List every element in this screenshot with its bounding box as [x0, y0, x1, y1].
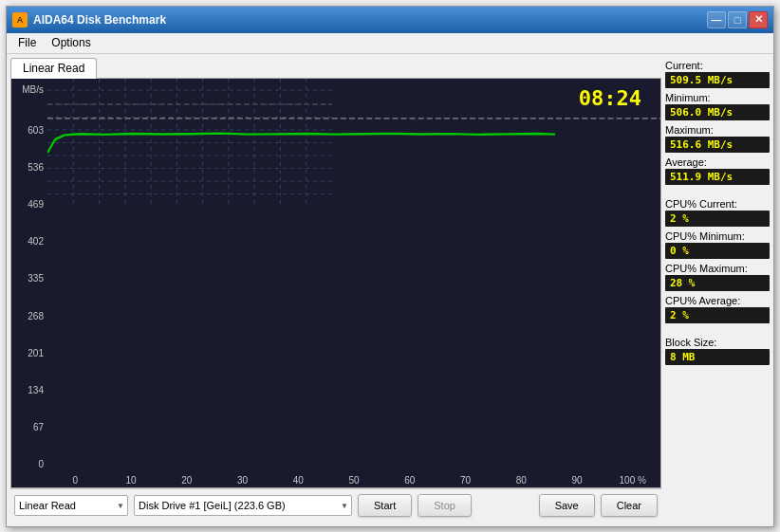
stop-button[interactable]: Stop	[418, 494, 472, 517]
cpu-minimum-label: CPU% Minimum:	[665, 230, 770, 242]
title-controls: — □ ✕	[707, 11, 768, 28]
start-button[interactable]: Start	[358, 494, 412, 517]
test-select[interactable]: Linear Read	[14, 495, 128, 516]
test-select-wrapper: Linear Read	[14, 495, 128, 516]
tab-bar: Linear Read	[10, 58, 661, 79]
x-label-60: 60	[381, 475, 437, 486]
average-label: Average:	[665, 156, 770, 168]
close-button[interactable]: ✕	[749, 11, 768, 28]
y-label-603: 603	[15, 125, 44, 136]
menu-bar: File Options	[7, 33, 773, 54]
mb-s-label: MB/s	[15, 84, 44, 95]
time-display: 08:24	[579, 86, 641, 110]
save-button[interactable]: Save	[539, 494, 595, 517]
stat-minimum: Minimum: 506.0 MB/s	[665, 92, 770, 120]
main-content: Linear Read MB/s 603 536 469 402 335 268…	[7, 54, 773, 526]
x-label-10: 10	[103, 475, 159, 486]
app-icon: A	[12, 12, 28, 28]
stat-maximum: Maximum: 516.6 MB/s	[665, 124, 770, 153]
menu-options[interactable]: Options	[44, 34, 98, 51]
chart-inner: MB/s 603 536 469 402 335 268 201 134 67 …	[11, 79, 660, 487]
data-line-svg	[47, 79, 660, 487]
x-label-40: 40	[270, 475, 326, 486]
x-label-20: 20	[158, 475, 214, 486]
current-value: 509.5 MB/s	[665, 72, 770, 88]
window-title: AIDA64 Disk Benchmark	[33, 13, 166, 27]
stat-block-size: Block Size: 8 MB	[665, 337, 770, 365]
y-label-469: 469	[15, 199, 44, 210]
x-axis: 0 10 20 30 40 50 60 70 80 90 100 %	[47, 470, 660, 487]
stat-cpu-minimum: CPU% Minimum: 0 %	[665, 230, 770, 259]
x-label-30: 30	[214, 475, 270, 486]
y-label-268: 268	[15, 311, 44, 321]
minimize-button[interactable]: —	[707, 11, 726, 28]
cpu-maximum-value: 28 %	[665, 275, 770, 291]
y-label-402: 402	[15, 236, 44, 247]
left-panel: Linear Read MB/s 603 536 469 402 335 268…	[10, 58, 661, 523]
cpu-maximum-label: CPU% Maximum:	[665, 263, 770, 274]
maximum-value: 516.6 MB/s	[665, 137, 770, 153]
right-panel: Current: 509.5 MB/s Minimum: 506.0 MB/s …	[665, 58, 770, 523]
drive-select-wrapper: Disk Drive #1 [GeiL] (223.6 GB)	[134, 495, 352, 516]
x-label-70: 70	[437, 475, 493, 486]
minimum-label: Minimum:	[665, 92, 770, 103]
stat-cpu-current: CPU% Current: 2 %	[665, 198, 770, 227]
y-label-335: 335	[15, 273, 44, 284]
menu-file[interactable]: File	[10, 34, 44, 51]
x-label-90: 90	[549, 475, 605, 486]
stat-cpu-average: CPU% Average: 2 %	[665, 295, 770, 323]
x-label-0: 0	[47, 475, 103, 486]
average-value: 511.9 MB/s	[665, 169, 770, 185]
x-label-80: 80	[493, 475, 549, 486]
tab-linear-read[interactable]: Linear Read	[10, 58, 97, 79]
x-label-100: 100 %	[604, 475, 660, 486]
stat-average: Average: 511.9 MB/s	[665, 156, 770, 185]
block-size-value: 8 MB	[665, 349, 770, 365]
y-label-134: 134	[15, 385, 44, 395]
cpu-minimum-value: 0 %	[665, 243, 770, 259]
clear-button[interactable]: Clear	[601, 494, 658, 517]
cpu-current-label: CPU% Current:	[665, 198, 770, 210]
chart-area: MB/s 603 536 469 402 335 268 201 134 67 …	[10, 79, 661, 488]
bottom-bar: Linear Read Disk Drive #1 [GeiL] (223.6 …	[10, 488, 661, 523]
maximum-label: Maximum:	[665, 124, 770, 136]
y-label-536: 536	[15, 162, 44, 173]
stat-current: Current: 509.5 MB/s	[665, 60, 770, 88]
y-label-201: 201	[15, 348, 44, 358]
y-label-67: 67	[15, 422, 44, 432]
stat-cpu-maximum: CPU% Maximum: 28 %	[665, 263, 770, 291]
x-label-50: 50	[326, 475, 382, 486]
y-label-0: 0	[15, 459, 44, 469]
drive-select[interactable]: Disk Drive #1 [GeiL] (223.6 GB)	[134, 495, 352, 516]
y-axis: MB/s 603 536 469 402 335 268 201 134 67 …	[11, 79, 47, 487]
title-bar: A AIDA64 Disk Benchmark — □ ✕	[7, 7, 773, 33]
chart-plot: 08:24 0 10 20 30 40 50 60 70 80 90	[47, 79, 660, 487]
cpu-current-value: 2 %	[665, 211, 770, 227]
cpu-average-value: 2 %	[665, 307, 770, 323]
block-size-label: Block Size:	[665, 337, 770, 348]
cpu-average-label: CPU% Average:	[665, 295, 770, 306]
minimum-value: 506.0 MB/s	[665, 104, 770, 120]
main-window: A AIDA64 Disk Benchmark — □ ✕ File Optio…	[6, 6, 774, 527]
title-bar-left: A AIDA64 Disk Benchmark	[12, 12, 166, 28]
current-label: Current:	[665, 60, 770, 71]
maximize-button[interactable]: □	[728, 11, 747, 28]
